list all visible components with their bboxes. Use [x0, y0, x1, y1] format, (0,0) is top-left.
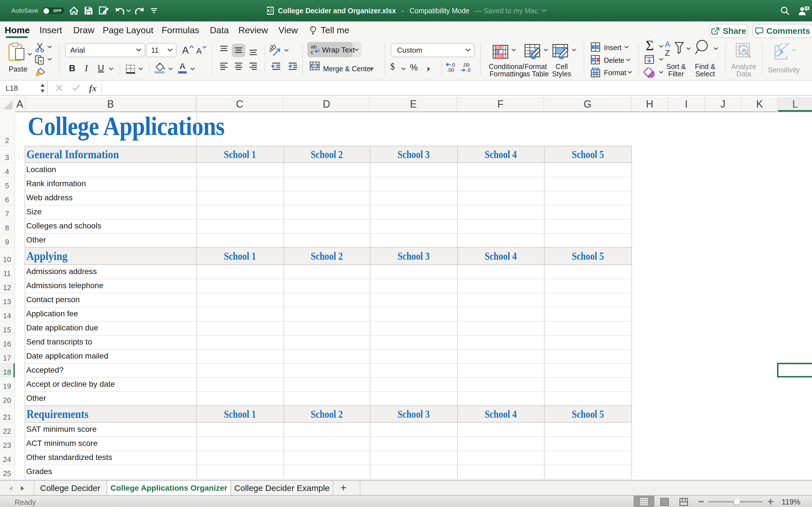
- svg-text:c: c: [311, 49, 313, 55]
- svg-text:A: A: [196, 47, 202, 55]
- svg-text:ab: ab: [311, 44, 317, 50]
- svg-text:.00: .00: [447, 67, 454, 73]
- svg-text:.0: .0: [451, 62, 455, 68]
- svg-text:A: A: [182, 45, 189, 55]
- svg-text:.00: .00: [462, 62, 469, 68]
- svg-text:.0: .0: [466, 67, 470, 73]
